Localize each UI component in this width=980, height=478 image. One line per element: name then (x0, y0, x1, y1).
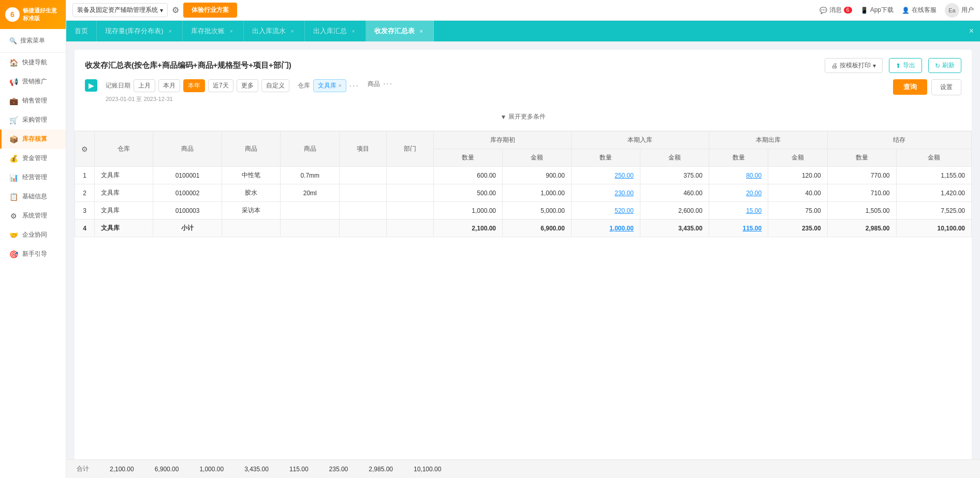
subtotal-no: 4 (75, 220, 95, 237)
row1-closing-qty: 770.00 (827, 167, 896, 184)
row3-closing-amt: 7,525.00 (896, 202, 971, 220)
refresh-button[interactable]: ↻ 刷新 (928, 58, 961, 73)
th-group-closing: 结存 (827, 132, 971, 149)
sidebar-item-marketing[interactable]: 📢 营销推广 (0, 72, 66, 91)
row2-opening-amt: 1,000.00 (503, 184, 572, 202)
tab-home[interactable]: 首页 (66, 21, 97, 41)
date-7days-button[interactable]: 近7天 (208, 79, 233, 92)
row3-out-qty[interactable]: 15.00 (709, 202, 768, 220)
home-icon: 🏠 (9, 59, 18, 67)
export-button[interactable]: ⬆ 导出 (889, 58, 922, 73)
table-settings-col[interactable]: ⚙ (75, 132, 95, 167)
sidebar-item-guide[interactable]: 🎯 新手引导 (0, 244, 66, 264)
row3-opening-qty: 1,000.00 (434, 202, 503, 220)
table-row: 3 文具库 0100003 采访本 1,000.00 5,000.00 520.… (75, 202, 972, 220)
query-button[interactable]: 查询 (893, 79, 927, 95)
main-content: 收发存汇总表(按仓库+商品编码+商品+规格型号+项目+部门) 🖨 按模板打印 ▾… (66, 41, 980, 478)
th-out-qty: 数量 (709, 149, 768, 167)
tab-in-out-flow[interactable]: 出入库流水 × (244, 21, 305, 41)
tab-in-out-summary[interactable]: 出入库汇总 × (305, 21, 366, 41)
sales-icon: 💼 (9, 97, 18, 105)
user-profile-button[interactable]: Ea 用户 (945, 3, 974, 18)
sidebar-item-purchase[interactable]: 🛒 采购管理 (0, 110, 66, 129)
tab-batch-account[interactable]: 库存批次账 × (183, 21, 244, 41)
page-actions: 🖨 按模板打印 ▾ ⬆ 导出 ↻ 刷新 (825, 58, 961, 73)
sidebar-item-system[interactable]: ⚙ 系统管理 (0, 206, 66, 225)
tab-inventory-dist[interactable]: 现存量(库存分布表) × (97, 21, 183, 41)
table-row: 1 文具库 0100001 中性笔 0.7mm 600.00 900.00 25… (75, 167, 972, 184)
row3-no: 3 (75, 202, 95, 220)
row2-department (387, 184, 434, 202)
warehouse-label: 仓库 (298, 81, 310, 90)
subtotal-in-qty[interactable]: 1,000.00 (571, 220, 640, 237)
row1-warehouse: 文具库 (95, 167, 153, 184)
date-more-button[interactable]: 更多 (237, 79, 258, 92)
filter-expand-button[interactable]: ▶ (85, 79, 97, 92)
row1-out-qty[interactable]: 80.00 (709, 167, 768, 184)
sidebar-item-sales[interactable]: 💼 销售管理 (0, 91, 66, 110)
th-group-opening: 库存期初 (434, 132, 572, 149)
th-project: 项目 (340, 132, 387, 167)
sidebar-item-enterprise[interactable]: 🤝 企业协同 (0, 225, 66, 244)
row2-in-qty[interactable]: 230.00 (571, 184, 640, 202)
sidebar-item-inventory[interactable]: 📦 库存核算 (0, 129, 66, 149)
tab-close-inventory-dist[interactable]: × (167, 27, 174, 35)
warehouse-filter: 仓库 文具库 × ··· (298, 79, 359, 92)
th-in-qty: 数量 (571, 149, 640, 167)
message-icon: 💬 (820, 7, 827, 14)
warehouse-more-button[interactable]: ··· (349, 81, 359, 91)
system-icon: ⚙ (9, 212, 18, 220)
filter-setting-button[interactable]: 设置 (931, 79, 961, 95)
date-curr-month-button[interactable]: 本月 (158, 79, 180, 92)
try-industry-button[interactable]: 体验行业方案 (183, 3, 237, 18)
sidebar-item-finance[interactable]: 💰 资金管理 (0, 149, 66, 168)
search-menu-button[interactable]: 🔍 搜索菜单 (5, 33, 61, 48)
search-icon: 🔍 (9, 37, 17, 45)
settings-icon[interactable]: ⚙ (172, 5, 179, 15)
page-title: 收发存汇总表(按仓库+商品编码+商品+规格型号+项目+部门) (85, 61, 291, 70)
tab-recv-send-summary[interactable]: 收发存汇总表 × (366, 21, 434, 41)
total-bar: 合计 2,100.00 6,900.00 1,000.00 3,435.00 1… (66, 459, 980, 478)
date-curr-year-button[interactable]: 本年 (183, 79, 205, 92)
row3-warehouse: 文具库 (95, 202, 153, 220)
sidebar-item-quick-nav[interactable]: 🏠 快捷导航 (0, 53, 66, 72)
goods-filter: 商品 ··· (368, 79, 393, 89)
row2-closing-amt: 1,420.00 (896, 184, 971, 202)
app-download-button[interactable]: 📱 App下载 (860, 6, 894, 15)
subtotal-out-amt: 235.00 (768, 220, 827, 237)
print-button[interactable]: 🖨 按模板打印 ▾ (825, 58, 883, 73)
page-header: 收发存汇总表(按仓库+商品编码+商品+规格型号+项目+部门) 🖨 按模板打印 ▾… (75, 50, 972, 73)
tab-close-in-out-flow[interactable]: × (289, 27, 296, 35)
expand-icon: ▼ (501, 113, 507, 121)
row2-in-amt: 460.00 (640, 184, 709, 202)
system-dropdown[interactable]: 装备及固定资产辅助管理系统 ▾ (72, 3, 168, 17)
subtotal-out-qty[interactable]: 115.00 (709, 220, 768, 237)
warehouse-tag-close[interactable]: × (339, 83, 342, 89)
subtotal-in-amt: 3,435.00 (640, 220, 709, 237)
row1-goods-spec: 0.7mm (281, 167, 340, 184)
row3-out-amt: 75.00 (768, 202, 827, 220)
row1-no: 1 (75, 167, 95, 184)
row1-opening-amt: 900.00 (503, 167, 572, 184)
sidebar-nav: 🏠 快捷导航 📢 营销推广 💼 销售管理 🛒 采购管理 📦 库存核算 💰 资金管… (0, 53, 66, 478)
row3-in-qty[interactable]: 520.00 (571, 202, 640, 220)
tabs-close-all-button[interactable]: × (963, 21, 980, 41)
row2-goods-code: 0100002 (153, 184, 222, 202)
date-custom-button[interactable]: 自定义 (261, 79, 289, 92)
goods-label: 商品 (368, 80, 380, 89)
finance-icon: 💰 (9, 154, 18, 163)
goods-more-button[interactable]: ··· (383, 79, 393, 89)
sidebar-item-operations[interactable]: 📊 经营管理 (0, 168, 66, 187)
row1-in-qty[interactable]: 250.00 (571, 167, 640, 184)
total-closing-amt: 10,100.00 (414, 466, 441, 473)
sidebar-item-base-info[interactable]: 📋 基础信息 (0, 187, 66, 206)
tab-close-recv-send-summary[interactable]: × (418, 27, 425, 35)
total-in-amt: 3,435.00 (244, 466, 269, 473)
online-service-button[interactable]: 👤 在线客服 (902, 6, 937, 15)
tab-close-in-out-summary[interactable]: × (350, 27, 357, 35)
tab-close-batch-account[interactable]: × (228, 27, 235, 35)
date-prev-month-button[interactable]: 上月 (134, 79, 155, 92)
message-button[interactable]: 💬 消息 6 (820, 6, 852, 15)
row2-out-qty[interactable]: 20.00 (709, 184, 768, 202)
expand-conditions-button[interactable]: ▼ 展开更多条件 (501, 112, 546, 121)
